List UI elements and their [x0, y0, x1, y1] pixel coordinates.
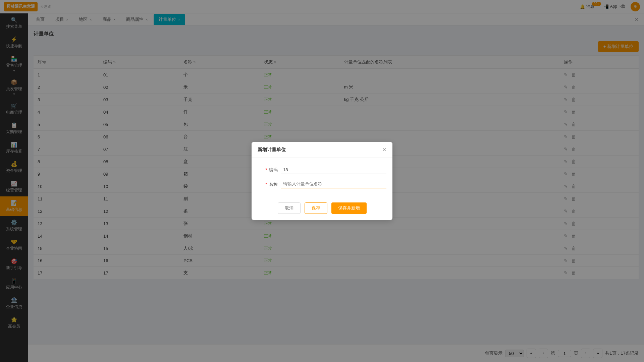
add-measure-unit-modal: 新增计量单位 ✕ * 编码 * 名称 取消 保存 保存并新增	[252, 142, 392, 220]
form-row-code: * 编码	[258, 166, 386, 174]
code-label: * 编码	[258, 167, 278, 173]
save-button[interactable]: 保存	[305, 202, 327, 214]
required-marker: *	[265, 167, 267, 172]
modal-close-button[interactable]: ✕	[382, 147, 386, 153]
required-marker: *	[265, 182, 267, 187]
modal-footer: 取消 保存 保存并新增	[252, 198, 392, 220]
name-label: * 名称	[258, 181, 278, 187]
modal-overlay: 新增计量单位 ✕ * 编码 * 名称 取消 保存 保存并新增	[0, 0, 644, 362]
modal-title: 新增计量单位	[258, 147, 286, 153]
name-input[interactable]	[281, 180, 386, 188]
modal-header: 新增计量单位 ✕	[252, 142, 392, 158]
form-row-name: * 名称	[258, 180, 386, 188]
modal-body: * 编码 * 名称	[252, 158, 392, 198]
cancel-button[interactable]: 取消	[278, 202, 301, 214]
save-and-add-button[interactable]: 保存并新增	[331, 202, 367, 214]
code-input[interactable]	[281, 166, 386, 174]
